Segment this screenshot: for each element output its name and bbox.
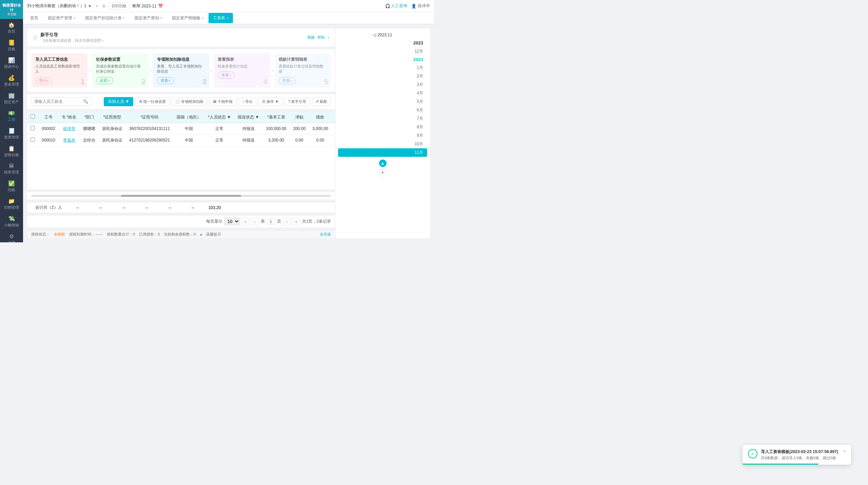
- refresh-btn[interactable]: ↺ 刷新: [312, 97, 331, 106]
- cal-month-7-label: 7月: [417, 116, 423, 122]
- header-settings-icon[interactable]: ⚙: [102, 4, 106, 8]
- select-all-checkbox[interactable]: [31, 114, 35, 119]
- tab-detail-close-icon[interactable]: ×: [202, 16, 204, 20]
- sidebar-item-expense[interactable]: 💸 小畅报销: [0, 213, 23, 230]
- tab-depreciation[interactable]: 固定资产折旧统计表 ×: [81, 13, 130, 23]
- td-country-1: 中国: [173, 123, 204, 134]
- guide-refresh-btn[interactable]: ? 新手引导: [284, 97, 310, 106]
- tab-assets-mgmt[interactable]: 固定资产管理 ×: [43, 13, 80, 23]
- row-checkbox-2[interactable]: [31, 137, 35, 142]
- home-icon: 🏠: [8, 22, 15, 28]
- horizontal-scrollbar[interactable]: [31, 195, 331, 197]
- tab-depreciation-label: 固定资产折旧统计表: [85, 15, 122, 21]
- td-id-1: 000002: [38, 123, 59, 134]
- cal-year-2023[interactable]: 2023: [338, 39, 427, 47]
- sidebar-item-assets[interactable]: 🏢 固定资产: [0, 90, 23, 107]
- add-account-btn[interactable]: ＋: [95, 3, 99, 9]
- tab-category[interactable]: 固定资产类别 ×: [130, 13, 167, 23]
- step-arrow-4: ›: [270, 53, 275, 88]
- cal-month-1[interactable]: 1月: [338, 63, 427, 72]
- account-dropdown-icon[interactable]: ▼: [88, 4, 92, 8]
- sidebar-item-archive[interactable]: 📁 归档管理: [0, 195, 23, 213]
- add-person-btn[interactable]: 添加人员 ▼: [104, 97, 134, 106]
- next-page-btn[interactable]: ›: [283, 218, 291, 225]
- cal-month-7[interactable]: 7月: [338, 114, 427, 123]
- tab-category-close-icon[interactable]: ×: [160, 16, 162, 20]
- step-4-title: 查看报表: [218, 57, 266, 62]
- th-status[interactable]: *人员状态 ▼: [204, 112, 234, 123]
- sidebar-item-settings[interactable]: ⚙ 设置: [0, 230, 23, 242]
- user-avatar-icon: 👤: [411, 4, 416, 8]
- step-5-btn[interactable]: 查看>: [279, 77, 296, 84]
- tab-salary-close-icon[interactable]: ×: [226, 16, 229, 20]
- cal-month-5[interactable]: 5月: [338, 97, 427, 106]
- export-btn[interactable]: ↑ 导出: [238, 97, 256, 106]
- cal-month-4[interactable]: 4月: [338, 89, 427, 97]
- switch-version-btn[interactable]: 切到旧版: [108, 2, 130, 10]
- ai-consult-btn[interactable]: 🎧 人工咨询: [385, 3, 407, 9]
- cal-month-12[interactable]: 12月: [338, 47, 427, 56]
- cal-month-11[interactable]: 11月: [338, 148, 427, 157]
- step-4-btn[interactable]: 查看>: [218, 72, 235, 79]
- th-select-all[interactable]: [27, 112, 38, 123]
- current-page[interactable]: 1: [267, 219, 275, 225]
- sidebar-item-stockbook[interactable]: 📋 进销台账: [0, 143, 23, 160]
- cal-month-3[interactable]: 3月: [338, 80, 427, 89]
- goto-recharge-link[interactable]: 去充值: [320, 232, 331, 237]
- sidebar-item-reports[interactable]: 📊 报表中心: [0, 54, 23, 72]
- td-checkbox-2[interactable]: [27, 134, 38, 146]
- sidebar-item-label: 工资: [8, 117, 15, 122]
- social-security-btn[interactable]: ⚙ 统一社保设置: [135, 97, 170, 106]
- tab-assets-close-icon[interactable]: ×: [74, 16, 76, 20]
- tab-home[interactable]: 首页: [26, 13, 43, 23]
- tab-detail[interactable]: 固定资产明细账 ×: [167, 13, 208, 23]
- cal-month-6[interactable]: 6月: [338, 106, 427, 114]
- cal-month-6-label: 6月: [417, 107, 423, 113]
- td-checkbox-1[interactable]: [27, 123, 38, 134]
- special-deduction-btn[interactable]: 📄 专项附加扣除: [172, 97, 207, 106]
- sidebar-item-ledger[interactable]: 📒 总账: [0, 37, 23, 54]
- sidebar-item-home[interactable]: 🏠 首页: [0, 19, 23, 37]
- step-3-btn[interactable]: 查看>: [157, 77, 174, 84]
- sidebar-item-invoice[interactable]: 🧾 发票管理: [0, 125, 23, 143]
- step-4: 查看报表 快速查看统计信息 查看> 4: [214, 53, 270, 88]
- sidebar-item-finance[interactable]: 💰 资金管理: [0, 72, 23, 90]
- operations-btn[interactable]: ☰ 操作 ▼: [258, 97, 282, 106]
- cal-month-9[interactable]: 9月: [338, 131, 427, 140]
- calendar-icon[interactable]: 📅: [158, 4, 163, 8]
- cal-month-2[interactable]: 2月: [338, 72, 427, 80]
- user-info[interactable]: 👤 徐泽华: [411, 3, 430, 9]
- sidebar-item-close[interactable]: ✅ 结账: [0, 178, 23, 195]
- tab-salary-label: 工资表: [213, 15, 225, 21]
- cal-month-8[interactable]: 8月: [338, 123, 427, 131]
- guide-video-link[interactable]: 视频: [307, 35, 315, 40]
- tab-salary[interactable]: 工资表 ×: [209, 13, 233, 23]
- guide-close-btn[interactable]: ×: [328, 36, 330, 40]
- guide-help-link[interactable]: 帮助: [317, 35, 325, 40]
- invoice-icon: 🧾: [8, 128, 15, 134]
- td-name-1[interactable]: 徐泽华: [59, 123, 80, 134]
- last-page-btn[interactable]: »: [293, 218, 300, 225]
- cal-month-10[interactable]: 10月: [338, 140, 427, 148]
- sort-icon: ⇅: [62, 115, 65, 119]
- first-page-btn[interactable]: «: [242, 218, 249, 225]
- step-4-desc: 快速查看统计信息: [218, 64, 266, 69]
- td-name-2[interactable]: 李俊杰: [59, 134, 80, 146]
- cal-expand-icon[interactable]: ◁: [373, 33, 376, 37]
- sidebar-item-tax[interactable]: 🏛 税务管理: [0, 160, 23, 178]
- step-2-btn[interactable]: 设置>: [96, 77, 113, 84]
- footer-dash-3: --: [112, 205, 135, 210]
- cal-down-btn[interactable]: ▼: [379, 169, 387, 176]
- per-page-select[interactable]: 10 20 50: [224, 218, 240, 225]
- prev-page-btn[interactable]: ‹: [251, 218, 259, 225]
- tab-depreciation-close-icon[interactable]: ×: [123, 16, 125, 20]
- row-checkbox-1[interactable]: [31, 126, 35, 130]
- step-1-btn[interactable]: 导入>: [35, 77, 52, 84]
- sidebar-item-salary[interactable]: 💵 工资: [0, 107, 23, 125]
- cal-up-btn[interactable]: ▲: [379, 160, 387, 167]
- th-report-status[interactable]: 报送状态 ▼: [234, 112, 262, 123]
- personal-tax-btn[interactable]: 🏛 个税申报: [209, 97, 236, 106]
- table-row: 000002 徐泽华 嗯嗯嗯 居民身份证 360782200104131111 …: [27, 123, 335, 134]
- th-name[interactable]: ⇅ *姓名: [59, 112, 80, 123]
- search-input[interactable]: [34, 99, 82, 104]
